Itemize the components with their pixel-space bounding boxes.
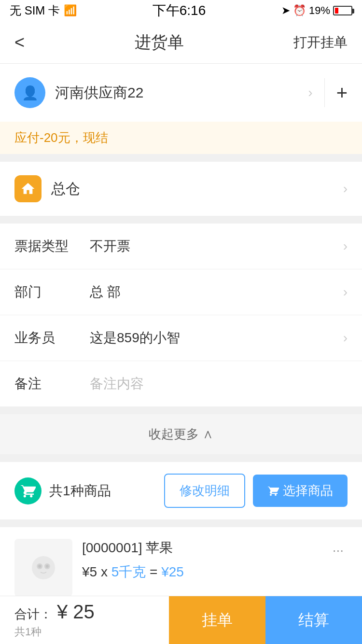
supplier-row[interactable]: 👤 河南供应商22 › +: [0, 64, 362, 122]
invoice-type-label: 票据类型: [14, 237, 82, 255]
product-name: [0000001] 苹果: [82, 539, 319, 557]
supplier-chevron-icon: ›: [308, 85, 312, 100]
remark-row[interactable]: 备注 备注内容: [0, 361, 362, 406]
open-hang-button[interactable]: 打开挂单: [293, 33, 348, 52]
invoice-type-row[interactable]: 票据类型 不开票 ›: [0, 224, 362, 269]
time-label: 下午6:16: [153, 1, 206, 20]
total-amount: ¥ 25: [57, 601, 95, 623]
nav-bar: < 进货单 打开挂单: [0, 21, 362, 64]
status-right: ➤ ⏰ 19%: [281, 4, 352, 17]
warehouse-name: 总仓: [51, 179, 343, 199]
salesman-row[interactable]: 业务员 这是859的小智 ›: [0, 315, 362, 361]
warehouse-row[interactable]: 总仓 ›: [0, 162, 362, 216]
supplier-section: 👤 河南供应商22 › + 应付-20元，现结: [0, 64, 362, 154]
product-equals: =: [150, 564, 161, 579]
product-thumbnail: [14, 539, 72, 597]
hang-order-button[interactable]: 挂单: [169, 596, 265, 644]
page-title: 进货单: [135, 31, 184, 54]
salesman-value: 这是859的小智: [82, 329, 343, 347]
alarm-icon: ⏰: [293, 4, 306, 17]
svg-point-4: [46, 565, 49, 568]
salesman-label: 业务员: [14, 329, 82, 347]
product-multiply: x: [101, 564, 111, 579]
product-title: 苹果: [146, 540, 173, 555]
settle-label: 结算: [298, 610, 329, 631]
svg-point-3: [38, 565, 41, 568]
product-total-price: ¥25: [161, 564, 184, 579]
supplier-info-banner: 应付-20元，现结: [0, 122, 362, 154]
department-value: 总 部: [82, 283, 343, 301]
salesman-chevron-icon: ›: [343, 330, 348, 346]
footer-total: 合计： ¥ 25 共1种: [0, 601, 169, 639]
vertical-divider: [324, 78, 325, 107]
status-bar: 无 SIM 卡 📶 下午6:16 ➤ ⏰ 19%: [0, 0, 362, 21]
product-count-label: 共1种商品: [49, 482, 156, 500]
footer: 合计： ¥ 25 共1种 挂单 结算: [0, 596, 362, 644]
remark-input[interactable]: 备注内容: [82, 375, 348, 393]
product-section-icon: [14, 477, 42, 504]
settle-button[interactable]: 结算: [265, 596, 362, 644]
svg-point-0: [32, 556, 55, 579]
invoice-type-value: 不开票: [82, 237, 343, 255]
department-chevron-icon: ›: [343, 284, 348, 300]
total-sub-label: 共1种: [14, 625, 154, 639]
location-icon: ➤: [281, 4, 290, 17]
product-info: [0000001] 苹果 ¥5 x 5千克 = ¥25: [82, 539, 319, 581]
add-supplier-button[interactable]: +: [336, 82, 348, 104]
product-header: 共1种商品 修改明细 选择商品: [0, 462, 362, 519]
product-price: ¥5 x 5千克 = ¥25: [82, 563, 319, 581]
total-label: 合计：: [14, 606, 52, 623]
product-quantity: 5千克: [111, 564, 146, 579]
select-product-button[interactable]: 选择商品: [253, 475, 348, 507]
carrier-label: 无 SIM 卡: [10, 3, 60, 18]
battery-percent: 19%: [309, 4, 330, 17]
battery-icon: [333, 6, 352, 15]
product-more-button[interactable]: ···: [329, 539, 348, 562]
collapse-label: 收起更多 ∧: [149, 426, 213, 443]
department-row[interactable]: 部门 总 部 ›: [0, 269, 362, 315]
wifi-icon: 📶: [64, 4, 77, 17]
collapse-bar[interactable]: 收起更多 ∧: [0, 414, 362, 454]
supplier-avatar: 👤: [14, 77, 45, 108]
warehouse-section: 总仓 ›: [0, 162, 362, 216]
product-unit-price: ¥5: [82, 564, 97, 579]
remark-label: 备注: [14, 375, 82, 393]
product-code: [0000001]: [82, 540, 142, 555]
hang-order-label: 挂单: [202, 610, 233, 631]
form-section: 票据类型 不开票 › 部门 总 部 › 业务员 这是859的小智 › 备注 备注…: [0, 224, 362, 406]
back-button[interactable]: <: [14, 32, 25, 53]
edit-detail-button[interactable]: 修改明细: [164, 474, 245, 508]
warehouse-icon: [14, 175, 42, 202]
invoice-type-chevron-icon: ›: [343, 238, 348, 254]
department-label: 部门: [14, 283, 82, 301]
supplier-name: 河南供应商22: [55, 83, 308, 103]
avatar-icon: 👤: [22, 85, 39, 101]
select-product-label: 选择商品: [283, 482, 333, 499]
status-left: 无 SIM 卡 📶: [10, 3, 77, 18]
warehouse-chevron-icon: ›: [343, 181, 348, 196]
